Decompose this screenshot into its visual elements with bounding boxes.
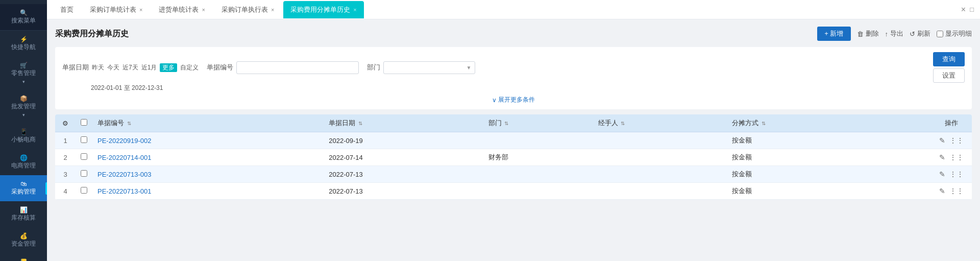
expand-button[interactable]: ∨ 展开更多条件 [492,96,535,104]
doc-link-3[interactable]: PE-20220713-003 [97,171,152,178]
more-icon-3[interactable]: ⋮⋮ [949,170,964,178]
finance-icon: 💰 [2,232,45,240]
wholesale-icon: 📦 [2,95,45,102]
sidebar-item-ledger[interactable]: 📒 总账管理 [0,253,47,261]
tab-close-incoming-stats[interactable]: × [202,7,205,13]
tab-label-incoming-stats: 进货单统计表 [159,5,199,14]
add-button[interactable]: + 新增 [817,27,850,41]
row-select-3[interactable] [81,170,87,177]
tab-purchase-order-stats[interactable]: 采购订单统计表 × [83,1,150,18]
sidebar-item-inventory[interactable]: 📊 库存核算 [0,201,47,227]
sidebar-item-wholesale[interactable]: 📦 批发管理 ▾ [0,90,47,123]
ecom-small-icon: 📱 [2,128,45,135]
tab-label-purchase-cost-history: 采购费用分摊单历史 [290,5,350,14]
tab-purchase-cost-history[interactable]: 采购费用分摊单历史 × [283,1,363,18]
shortcut-7days[interactable]: 近7天 [122,63,138,72]
sidebar-item-retail[interactable]: 🛒 零售管理 ▾ [0,57,47,90]
tab-purchase-order-exec[interactable]: 采购订单执行表 × [214,1,281,18]
maximize-window-icon[interactable]: □ [970,6,974,13]
shortcut-yesterday[interactable]: 昨天 [92,63,104,72]
edit-icon-4[interactable]: ✎ [939,187,945,195]
row-handler-1 [593,132,727,149]
sort-dept-icon: ⇅ [504,121,508,126]
th-handler[interactable]: 经手人 ⇅ [593,114,727,132]
search-icon: 🔍 [2,9,45,16]
th-doc-no-label: 单据编号 [97,119,124,127]
sidebar-item-finance[interactable]: 💰 资金管理 [0,227,47,253]
th-settings[interactable]: ⚙ [55,114,76,132]
setting-button[interactable]: 设置 [933,68,965,83]
row-date-3: 2022-07-13 [324,166,483,183]
edit-icon-2[interactable]: ✎ [939,153,945,161]
more-icon-2[interactable]: ⋮⋮ [949,153,964,161]
sort-split-icon: ⇅ [762,121,766,126]
row-doc-no-1: PE-20220919-002 [92,132,324,149]
sidebar-label-purchase: 采购管理 [2,187,45,196]
row-select-4[interactable] [81,187,87,194]
filter-actions: 查询 设置 [933,52,965,83]
tab-home[interactable]: 首页 [53,1,81,18]
sidebar-item-search[interactable]: 🔍 搜索菜单 [0,4,47,31]
th-dept[interactable]: 部门 ⇅ [483,114,593,132]
table-row: 3 PE-20220713-003 2022-07-13 按金额 ✎ [55,166,972,183]
th-date[interactable]: 单据日期 ⇅ [324,114,483,132]
row-checkbox-2 [76,149,92,166]
row-num-1: 1 [55,132,76,149]
tab-bar-actions: × □ [961,5,974,14]
sidebar-label-ecom: 电商管理 [2,161,45,170]
tab-label-purchase-order-exec: 采购订单执行表 [222,5,268,14]
th-dept-label: 部门 [488,119,502,127]
row-date-2: 2022-07-14 [324,149,483,166]
page-header: 采购费用分摊单历史 + 新增 🗑 删除 ↑ 导出 ↺ 刷新 显示明细 [55,27,972,41]
tab-close-purchase-order-stats[interactable]: × [139,7,142,13]
doc-no-input[interactable] [236,61,359,74]
sidebar-item-ecom[interactable]: 🌐 电商管理 [0,149,47,175]
inventory-icon: 📊 [2,206,45,213]
delete-button[interactable]: 🗑 删除 [857,29,879,38]
sidebar-item-ecom-small[interactable]: 📱 小畅电商 [0,123,47,149]
tab-label-home: 首页 [60,5,74,14]
th-split-method[interactable]: 分摊方式 ⇅ [727,114,931,132]
query-button[interactable]: 查询 [933,52,965,66]
th-doc-no[interactable]: 单据编号 ⇅ [92,114,324,132]
quick-icon: ⚡ [2,36,45,43]
tab-close-purchase-order-exec[interactable]: × [271,7,274,13]
filter-area: 单据日期 昨天 今天 近7天 近1月 更多 自定义 单据编号 [55,47,972,109]
sidebar-item-purchase[interactable]: 🛍 采购管理 [0,175,47,201]
sidebar-item-quick[interactable]: ⚡ 快捷导航 [0,31,47,57]
sidebar-label-wholesale: 批发管理 [2,102,45,111]
dept-select[interactable] [383,61,475,74]
expand-label: 展开更多条件 [498,96,535,104]
row-select-2[interactable] [81,153,87,160]
close-window-icon[interactable]: × [961,5,966,14]
refresh-icon: ↺ [910,30,915,38]
row-handler-2 [593,149,727,166]
doc-link-2[interactable]: PE-20220714-001 [97,154,152,161]
show-brief-input[interactable] [937,31,943,37]
sidebar-label-search: 搜索菜单 [2,16,45,25]
more-icon-1[interactable]: ⋮⋮ [949,136,964,145]
show-brief-checkbox[interactable]: 显示明细 [937,29,972,38]
row-num-4: 4 [55,183,76,200]
tab-incoming-stats[interactable]: 进货单统计表 × [152,1,212,18]
shortcut-more[interactable]: 更多 [160,63,177,72]
row-select-1[interactable] [81,136,87,143]
edit-icon-1[interactable]: ✎ [939,136,945,145]
more-icon-4[interactable]: ⋮⋮ [949,187,964,195]
th-ops: 操作 [931,114,972,132]
shortcut-custom[interactable]: 自定义 [180,63,199,72]
delete-label: 删除 [866,29,879,38]
edit-icon-3[interactable]: ✎ [939,170,945,178]
main-content: 首页 采购订单统计表 × 进货单统计表 × 采购订单执行表 × 采购费用分摊单历… [47,0,980,261]
ledger-icon: 📒 [2,258,45,261]
doc-link-4[interactable]: PE-20220713-001 [97,187,152,195]
sidebar-label-inventory: 库存核算 [2,213,45,222]
shortcut-today[interactable]: 今天 [107,63,119,72]
doc-link-1[interactable]: PE-20220919-002 [97,137,152,145]
refresh-button[interactable]: ↺ 刷新 [910,29,930,38]
date-range-display: 2022-01-01 至 2022-12-31 [91,84,965,92]
shortcut-1month[interactable]: 近1月 [141,63,157,72]
export-button[interactable]: ↑ 导出 [885,29,904,38]
tab-close-purchase-cost-history[interactable]: × [353,7,356,13]
select-all-checkbox[interactable] [81,119,87,126]
